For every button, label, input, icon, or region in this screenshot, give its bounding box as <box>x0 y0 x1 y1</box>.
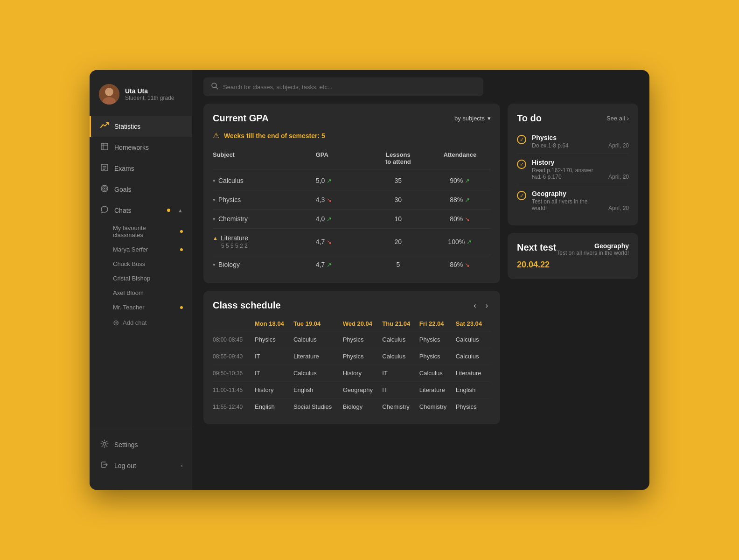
attendance-cell: 88% ↗ <box>429 196 491 203</box>
chat-item-teacher[interactable]: Mr. Teacher <box>90 300 192 315</box>
check-button[interactable]: ✓ <box>517 191 526 200</box>
sidebar-item-label: Homeworks <box>114 144 149 151</box>
left-panel: Current GPA by subjects ▾ ⚠ Weeks till t… <box>203 104 500 479</box>
next-test-date: 20.04.22 <box>517 260 629 270</box>
day-header-thu: Thu 21.04 <box>382 316 419 331</box>
search-input[interactable] <box>223 84 476 91</box>
chat-item-label: Mr. Teacher <box>113 304 145 311</box>
todo-content: Geography Test on all rivers in the worl… <box>532 190 603 211</box>
sidebar-item-label: Statistics <box>114 123 140 130</box>
table-row: ▾ Chemistry 4,0 ↗ 10 80% ↘ <box>213 210 491 229</box>
sidebar-item-label: Exams <box>114 165 134 172</box>
lessons-cell: 35 <box>367 177 429 184</box>
chat-item-classmates[interactable]: My favourite classmates <box>90 221 192 242</box>
table-row: ▾ Calculus 5,0 ↗ 35 90% ↗ <box>213 171 491 190</box>
chart-icon <box>100 121 109 131</box>
row-expand-icon[interactable]: ▾ <box>213 197 216 203</box>
chat-item-label: Marya Serfer <box>113 246 148 253</box>
sidebar-item-homeworks[interactable]: Homeworks <box>90 137 192 158</box>
logout-icon <box>100 461 109 470</box>
class-cell: Calculus <box>382 331 419 348</box>
see-all-button[interactable]: See all › <box>607 115 629 122</box>
check-button[interactable]: ✓ <box>517 135 526 144</box>
todo-subject: History <box>532 159 603 166</box>
day-header-mon: Mon 18.04 <box>255 316 293 331</box>
chat-item-axel[interactable]: Axel Bloom <box>90 286 192 300</box>
chat-item-badge <box>180 248 183 251</box>
class-cell: Physics <box>343 348 383 365</box>
subject-cell: ▾ Biology <box>213 261 316 268</box>
sidebar: Uta Uta Student, 11th grade Statistics <box>90 70 192 490</box>
gpa-table: Subject GPA Lessonsto attend Attendance … <box>213 147 491 274</box>
sidebar-item-label: Chats <box>114 207 132 214</box>
schedule-nav: ‹ › <box>471 301 491 311</box>
sidebar-item-settings[interactable]: Settings <box>90 434 192 455</box>
class-cell: Geography <box>343 382 383 399</box>
sidebar-item-goals[interactable]: Goals <box>90 179 192 200</box>
sidebar-item-chats[interactable]: Chats ▲ <box>90 200 192 221</box>
lessons-cell: 30 <box>367 196 429 203</box>
chat-item-label: My favourite classmates <box>113 224 176 238</box>
row-expand-icon[interactable]: ▲ <box>213 235 218 241</box>
row-expand-icon[interactable]: ▾ <box>213 262 216 268</box>
sidebar-item-logout[interactable]: Log out ‹ <box>90 455 192 476</box>
day-header-sat: Sat 23.04 <box>456 316 491 331</box>
next-week-button[interactable]: › <box>483 301 491 311</box>
col-subject: Subject <box>213 151 316 165</box>
warning-icon: ⚠ <box>213 131 219 140</box>
check-button[interactable]: ✓ <box>517 160 526 169</box>
by-subjects-filter[interactable]: by subjects ▾ <box>454 115 491 122</box>
attendance-value: 88% <box>450 196 463 203</box>
chats-expand-icon[interactable]: ▲ <box>178 208 183 213</box>
gpa-card-header: Current GPA by subjects ▾ <box>213 113 491 124</box>
svg-line-15 <box>216 87 218 89</box>
subject-name: Literature <box>221 234 248 242</box>
top-bar <box>192 70 649 104</box>
subject-cell: ▲ Literature 5 5 5 5 2 2 <box>213 234 316 249</box>
trend-down-icon: ↘ <box>465 261 470 268</box>
time-cell: 09:50-10:35 <box>213 365 255 382</box>
user-name: Uta Uta <box>125 87 174 95</box>
class-cell: Calculus <box>419 365 456 382</box>
search-bar[interactable] <box>203 77 483 96</box>
class-cell: History <box>343 365 383 382</box>
class-cell: Calculus <box>382 348 419 365</box>
gpa-number: 4,7 <box>316 261 325 268</box>
todo-subject: Physics <box>532 134 603 141</box>
next-test-title: Next test <box>517 242 556 253</box>
prev-week-button[interactable]: ‹ <box>471 301 479 311</box>
day-header-wed: Wed 20.04 <box>343 316 383 331</box>
collapse-icon[interactable]: ‹ <box>181 462 183 469</box>
time-cell: 08:55-09:40 <box>213 348 255 365</box>
table-row: 11:00-11:45 History English Geography IT… <box>213 382 491 399</box>
chat-item-badge <box>180 306 183 309</box>
gpa-number: 4,0 <box>316 215 325 223</box>
class-cell: Physics <box>419 331 456 348</box>
chat-icon <box>100 205 109 215</box>
class-cell: IT <box>255 365 293 382</box>
row-expand-icon[interactable]: ▾ <box>213 216 216 222</box>
sidebar-item-statistics[interactable]: Statistics <box>90 116 192 137</box>
class-cell: Chemistry <box>382 399 419 415</box>
lessons-cell: 10 <box>367 215 429 223</box>
chat-item-cristal[interactable]: Cristal Bishop <box>90 271 192 286</box>
row-expand-icon[interactable]: ▾ <box>213 178 216 184</box>
trend-up-icon: ↗ <box>465 196 470 203</box>
add-chat-button[interactable]: ⊕ Add chat <box>90 315 192 331</box>
time-cell: 11:00-11:45 <box>213 382 255 399</box>
warning-text: Weeks till the end of semester: 5 <box>224 132 325 140</box>
time-col-header <box>213 316 255 331</box>
todo-date: April, 20 <box>608 142 629 149</box>
class-cell: Social Studies <box>293 399 343 415</box>
col-attendance: Attendance <box>429 151 491 165</box>
gpa-cell: 4,3 ↘ <box>316 196 367 203</box>
chat-item-marya[interactable]: Marya Serfer <box>90 242 192 257</box>
class-cell: Calculus <box>293 365 343 382</box>
sidebar-item-exams[interactable]: Exams <box>90 158 192 179</box>
settings-label: Settings <box>114 441 138 448</box>
subject-name: Calculus <box>218 177 244 184</box>
todo-date: April, 20 <box>608 205 629 211</box>
class-cell: English <box>255 399 293 415</box>
chat-item-chuck[interactable]: Chuck Buss <box>90 257 192 271</box>
table-row: ▾ Biology 4,7 ↗ 5 86% ↘ <box>213 255 491 274</box>
